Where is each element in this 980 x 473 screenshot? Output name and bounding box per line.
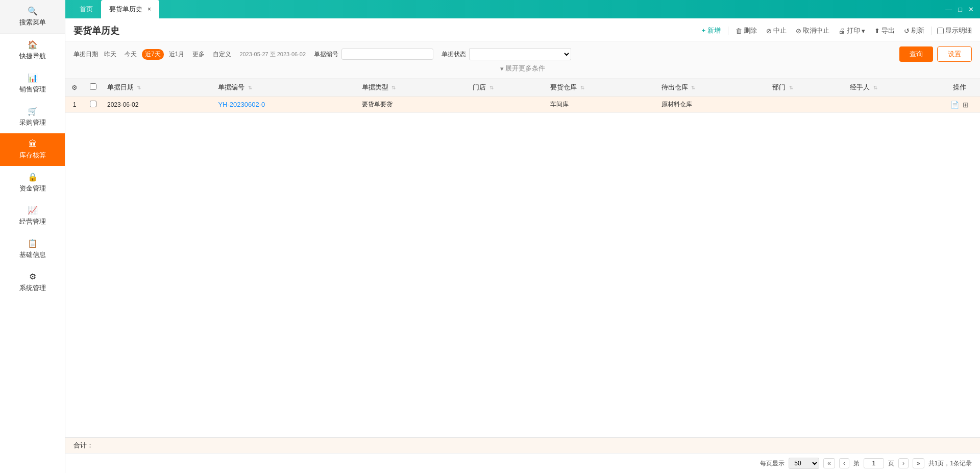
operations-icon: 📈 (28, 205, 38, 215)
page-title: 要货单历史 (74, 25, 119, 37)
sidebar-item-operations[interactable]: 📈 经营管理 (0, 199, 65, 232)
close-btn[interactable]: ✕ (968, 6, 974, 13)
finance-icon: 🔒 (28, 172, 38, 182)
sidebar-item-label: 快捷导航 (19, 52, 46, 61)
sidebar-item-sales[interactable]: 📊 销售管理 (0, 67, 65, 100)
row-dept (767, 97, 845, 113)
last-page-btn[interactable]: » (913, 458, 924, 468)
date-sort-icon[interactable]: ⇅ (137, 85, 141, 90)
date-btn-1month[interactable]: 近1月 (166, 49, 188, 60)
delete-button[interactable]: 🗑 删除 (733, 25, 759, 36)
status-filter-label: 单据状态 (442, 50, 466, 59)
export-btn-label: 导出 (881, 26, 895, 35)
new-button[interactable]: + 新增 (700, 25, 723, 36)
col-ops-label: 操作 (953, 83, 966, 91)
cancel-stop-button[interactable]: ⊘ 取消中止 (794, 25, 831, 36)
date-btn-today[interactable]: 今天 (121, 49, 140, 60)
stop-btn-label: 中止 (773, 26, 787, 35)
cancel-stop-btn-label: 取消中止 (803, 26, 829, 35)
minimize-btn[interactable]: — (945, 6, 952, 13)
row-dest-warehouse: 原材料仓库 (656, 97, 767, 113)
next-page-btn[interactable]: › (898, 458, 909, 468)
row-number: YH-20230602-0 (213, 97, 357, 113)
sidebar-item-label: 经营管理 (19, 217, 46, 226)
col-ops-header: 操作 (939, 79, 980, 97)
chart-icon: 📊 (28, 73, 38, 83)
dest-warehouse-sort-icon[interactable]: ⇅ (691, 85, 695, 90)
content-area: 要货单历史 + 新增 🗑 删除 ⊘ 中止 ⊘ 取消中止 (65, 18, 980, 473)
delete-btn-label: 删除 (744, 26, 757, 35)
setting-button[interactable]: 设置 (937, 46, 972, 62)
home-icon: 🏠 (28, 40, 38, 50)
doc-number-input[interactable] (341, 49, 433, 60)
select-all-checkbox[interactable] (90, 83, 96, 90)
req-warehouse-sort-icon[interactable]: ⇅ (580, 85, 584, 90)
row-ops: 📄 ⊞ (939, 97, 980, 113)
print-btn-label: 打印 (847, 26, 860, 35)
col-dest-warehouse-label: 待出仓库 (662, 83, 688, 91)
type-sort-icon[interactable]: ⇅ (391, 85, 396, 90)
maximize-btn[interactable]: □ (958, 6, 962, 13)
filter-doc-number: 单据编号 (314, 49, 433, 60)
date-btn-custom[interactable]: 自定义 (210, 49, 234, 60)
sidebar-item-inventory[interactable]: 🏛 库存核算 (0, 133, 65, 166)
sidebar-item-quick-nav[interactable]: 🏠 快捷导航 (0, 34, 65, 67)
row-checkbox[interactable] (90, 101, 96, 107)
print-dropdown-icon: ▾ (862, 27, 865, 35)
dept-sort-icon[interactable]: ⇅ (789, 85, 793, 90)
per-page-select[interactable]: 50 100 200 (789, 458, 819, 469)
sidebar-item-purchase[interactable]: 🛒 采购管理 (0, 100, 65, 133)
sidebar-item-base-info[interactable]: 📋 基础信息 (0, 232, 65, 266)
filter-actions: 查询 设置 (899, 46, 972, 62)
stop-button[interactable]: ⊘ 中止 (764, 25, 789, 36)
query-button[interactable]: 查询 (899, 46, 933, 62)
export-button[interactable]: ⬆ 导出 (872, 25, 897, 36)
sidebar-item-label: 系统管理 (19, 283, 46, 293)
col-store-header: 门店 ⇅ (468, 79, 545, 97)
row-store (468, 97, 545, 113)
status-select[interactable] (469, 48, 571, 60)
display-detail-checkbox[interactable] (937, 28, 944, 34)
col-dept-label: 部门 (772, 83, 786, 91)
filter-date: 单据日期 昨天 今天 近7天 近1月 更多 自定义 2023-05-27 至 2… (74, 49, 306, 60)
page-number-input[interactable] (864, 458, 884, 468)
sidebar-item-finance[interactable]: 🔒 资金管理 (0, 166, 65, 199)
page-header: 要货单历史 + 新增 🗑 删除 ⊘ 中止 ⊘ 取消中止 (65, 18, 980, 41)
per-page-label: 每页显示 (760, 459, 785, 468)
store-sort-icon[interactable]: ⇅ (489, 85, 494, 90)
system-icon: ⚙ (29, 272, 36, 281)
base-info-icon: 📋 (28, 239, 38, 248)
sidebar-item-search-menu[interactable]: 🔍 搜索菜单 (0, 0, 65, 34)
handler-sort-icon[interactable]: ⇅ (873, 85, 877, 90)
tab-requisition-history[interactable]: 要货单历史 × (101, 0, 159, 18)
tab-close-icon[interactable]: × (148, 6, 151, 13)
row-num: 1 (65, 97, 84, 113)
inventory-icon: 🏛 (29, 139, 37, 149)
row-edit-icon[interactable]: 📄 (950, 101, 959, 109)
expand-filter-button[interactable]: ▾ 展开更多条件 (500, 64, 545, 73)
row-more-icon[interactable]: ⊞ (963, 101, 969, 109)
sidebar: 🔍 搜索菜单 🏠 快捷导航 📊 销售管理 🛒 采购管理 🏛 库存核算 🔒 资金管… (0, 0, 65, 473)
date-btn-7days[interactable]: 近7天 (142, 49, 164, 60)
display-detail-toggle[interactable]: 显示明细 (937, 26, 972, 35)
sidebar-item-system[interactable]: ⚙ 系统管理 (0, 266, 65, 299)
refresh-button[interactable]: ↺ 刷新 (902, 25, 926, 36)
tab-requisition-label: 要货单历史 (109, 5, 142, 14)
filter-status: 单据状态 (442, 48, 571, 60)
date-btn-yesterday[interactable]: 昨天 (101, 49, 119, 60)
prev-page-btn[interactable]: ‹ (839, 458, 849, 468)
cart-icon: 🛒 (28, 106, 38, 116)
tab-home[interactable]: 首页 (71, 0, 101, 18)
first-page-btn[interactable]: « (823, 458, 835, 468)
doc-number-label: 单据编号 (314, 50, 338, 59)
date-btn-more[interactable]: 更多 (189, 49, 208, 60)
data-table: ⚙ 单据日期 ⇅ 单据编号 ⇅ (65, 79, 980, 113)
settings-icon[interactable]: ⚙ (71, 84, 78, 91)
number-sort-icon[interactable]: ⇅ (248, 85, 252, 90)
row-number-link[interactable]: YH-20230602-0 (218, 101, 265, 108)
col-number-label: 单据编号 (218, 83, 244, 91)
separator-2 (932, 27, 932, 35)
print-button[interactable]: 🖨 打印 ▾ (837, 25, 867, 36)
pagination-total-info: 共1页，1条记录 (928, 459, 972, 468)
row-date: 2023-06-02 (102, 97, 213, 113)
